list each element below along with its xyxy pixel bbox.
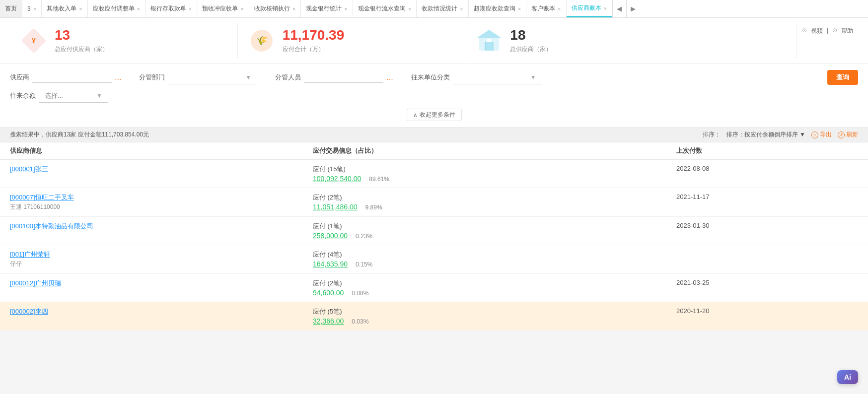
table-row: [000007]恒旺二手叉车 王通 17106110000 应付 (2笔) 11… bbox=[0, 188, 868, 217]
dept-dropdown-icon[interactable]: ▼ bbox=[245, 74, 251, 81]
last-payment-value-1: 2022-08-08 bbox=[676, 165, 710, 172]
supplier-info-1: [000001]张三 bbox=[10, 165, 313, 174]
nav-tab-verify-label: 收款核销执行 bbox=[254, 4, 290, 13]
tx-percent-2: 9.89% bbox=[365, 204, 382, 211]
payable-total-label: 应付合计（万） bbox=[283, 45, 345, 54]
supplier-link-3[interactable]: [000100]本特勤油品有限公司 bbox=[10, 222, 313, 231]
supplier-link-6[interactable]: [000002]李四 bbox=[10, 307, 313, 316]
nav-tab-customer-label: 客户账本 bbox=[531, 4, 555, 13]
category-dropdown-icon[interactable]: ▼ bbox=[530, 74, 536, 81]
nav-tab-adjust[interactable]: 应收应付调整单 × bbox=[88, 0, 145, 17]
nav-tab-prepay-close[interactable]: × bbox=[240, 6, 243, 12]
total-suppliers-number: 18 bbox=[510, 28, 552, 43]
transaction-info-4: 应付 (4笔) 164,635.90 0.15% bbox=[313, 250, 676, 268]
nav-tab-cashflow[interactable]: 现金银行流水查询 × bbox=[353, 0, 417, 17]
export-icon: ○ bbox=[811, 131, 818, 138]
nav-tab-receiptstat[interactable]: 收款情况统计 × bbox=[417, 0, 468, 17]
nav-tab-overdue-close[interactable]: × bbox=[518, 6, 521, 12]
tx-amount-4[interactable]: 164,635.90 bbox=[313, 260, 348, 268]
supplier-link-2[interactable]: [000007]恒旺二手叉车 bbox=[10, 193, 313, 202]
nav-tab-cashstat[interactable]: 现金银行统计 × bbox=[301, 0, 353, 17]
nav-tab-adjust-close[interactable]: × bbox=[137, 6, 140, 12]
nav-tab-income-label: 其他收入单 bbox=[47, 4, 76, 13]
export-button[interactable]: ○ 导出 bbox=[811, 131, 832, 139]
tx-amount-6[interactable]: 32,366.00 bbox=[313, 317, 344, 325]
supplier-link-5[interactable]: [000012]广州贝瑞 bbox=[10, 279, 313, 288]
dept-filter-input[interactable] bbox=[171, 72, 245, 82]
nav-tab-overdue[interactable]: 超期应收款查询 × bbox=[469, 0, 526, 17]
svg-text:¥: ¥ bbox=[32, 37, 36, 45]
collapse-up-icon: ∧ bbox=[413, 112, 418, 119]
nav-scroll-right[interactable]: ▶ bbox=[626, 0, 640, 17]
nav-tab-verify[interactable]: 收款核销执行 × bbox=[249, 0, 301, 17]
last-payment-2: 2021-11-17 bbox=[676, 193, 858, 200]
sort-select[interactable]: 排序：按应付余额倒序排序 ▼ bbox=[726, 131, 805, 139]
supplier-filter-input[interactable] bbox=[32, 72, 112, 83]
tx-amount-5[interactable]: 94,600.00 bbox=[313, 289, 344, 297]
nav-tab-supplier-label: 供应商账本 bbox=[572, 4, 601, 12]
summary-bar: ¥ 13 总应付供应商（家） 🌾 11,170.39 应付合计（万） bbox=[0, 18, 868, 64]
nav-scroll-left[interactable]: ◀ bbox=[612, 0, 626, 17]
tx-amount-3[interactable]: 258,000.00 bbox=[313, 232, 348, 240]
nav-tab-receiptstat-label: 收款情况统计 bbox=[422, 4, 457, 13]
balance-dropdown-icon[interactable]: ▼ bbox=[96, 92, 102, 99]
nav-tab-cashstat-close[interactable]: × bbox=[344, 6, 347, 12]
last-payment-1: 2022-08-08 bbox=[676, 165, 858, 172]
nav-tab-cashstat-label: 现金银行统计 bbox=[306, 4, 342, 13]
supplier-info-5: [000012]广州贝瑞 bbox=[10, 279, 313, 288]
nav-tab-supplier[interactable]: 供应商账本 × bbox=[567, 0, 612, 17]
supplier-link-1[interactable]: [000001]张三 bbox=[10, 165, 313, 174]
svg-rect-6 bbox=[485, 42, 493, 51]
tx-label-1: 应付 (15笔) bbox=[313, 165, 676, 174]
nav-tab-adjust-label: 应收应付调整单 bbox=[93, 4, 135, 13]
nav-tab-3[interactable]: 3 × bbox=[22, 0, 42, 17]
nav-tab-prepay[interactable]: 预收冲应收单 × bbox=[197, 0, 249, 17]
summary-card-payable-suppliers: ¥ 13 总应付供应商（家） bbox=[10, 23, 238, 59]
supplier-filter-dots[interactable]: ... bbox=[115, 73, 121, 82]
search-button[interactable]: 查询 bbox=[827, 70, 858, 85]
person-filter-dots[interactable]: ... bbox=[386, 73, 393, 82]
top-navigation: 首页 3 × 其他收入单 × 应收应付调整单 × 银行存取款单 × 预收冲应收单… bbox=[0, 0, 868, 18]
nav-tab-receiptstat-close[interactable]: × bbox=[460, 6, 463, 12]
total-suppliers-label: 总供应商（家） bbox=[510, 45, 552, 54]
dept-filter-label: 分管部门 bbox=[139, 73, 165, 82]
balance-filter-input[interactable] bbox=[42, 90, 96, 101]
category-filter-input[interactable] bbox=[456, 72, 530, 82]
nav-tab-income[interactable]: 其他收入单 × bbox=[42, 0, 87, 17]
result-bar: 搜索结果中，供应商13家 应付金额111,703,854.00元 排序： 排序：… bbox=[0, 128, 868, 142]
supplier-info-4: [001]广州荣轩 仔仔 bbox=[10, 250, 313, 268]
tx-percent-5: 0.08% bbox=[352, 290, 368, 297]
nav-tab-customer[interactable]: 客户账本 × bbox=[526, 0, 566, 17]
nav-tab-bank[interactable]: 银行存取款单 × bbox=[145, 0, 197, 17]
tx-label-6: 应付 (5笔) bbox=[313, 307, 676, 316]
refresh-button[interactable]: ↺ 刷新 bbox=[838, 131, 858, 139]
nav-tab-customer-close[interactable]: × bbox=[558, 6, 561, 12]
nav-tab-3-close[interactable]: × bbox=[33, 6, 36, 12]
transaction-info-3: 应付 (1笔) 258,000.00 0.23% bbox=[313, 222, 676, 240]
help-link[interactable]: 帮助 bbox=[841, 27, 853, 35]
tx-percent-3: 0.23% bbox=[356, 233, 372, 240]
col-header-supplier: 供应商信息 bbox=[10, 146, 313, 155]
nav-tab-bank-label: 银行存取款单 bbox=[150, 4, 186, 13]
nav-tab-bank-close[interactable]: × bbox=[189, 6, 192, 12]
tx-label-5: 应付 (2笔) bbox=[313, 279, 676, 288]
nav-tab-cashflow-close[interactable]: × bbox=[408, 6, 411, 12]
help-icon: ⊙ bbox=[832, 27, 837, 34]
supplier-filter-label: 供应商 bbox=[10, 73, 29, 82]
nav-tab-supplier-close[interactable]: × bbox=[604, 5, 607, 11]
collapse-conditions-button[interactable]: ∧ 收起更多条件 bbox=[407, 109, 462, 121]
tx-amount-1[interactable]: 100,092,540.00 bbox=[313, 175, 361, 183]
nav-tab-overdue-label: 超期应收款查询 bbox=[474, 4, 515, 13]
person-filter-input[interactable] bbox=[304, 72, 383, 83]
tx-label-3: 应付 (1笔) bbox=[313, 222, 676, 231]
nav-tab-home[interactable]: 首页 bbox=[0, 0, 22, 17]
nav-tab-verify-close[interactable]: × bbox=[292, 6, 295, 12]
tx-amount-2[interactable]: 11,051,486.00 bbox=[313, 203, 358, 211]
supplier-info-6: [000002]李四 bbox=[10, 307, 313, 316]
supplier-link-4[interactable]: [001]广州荣轩 bbox=[10, 250, 313, 259]
video-link[interactable]: 视频 bbox=[811, 27, 823, 35]
col-header-last-payment: 上次付数 bbox=[676, 146, 858, 155]
nav-tab-income-close[interactable]: × bbox=[79, 6, 82, 12]
last-payment-5: 2021-03-25 bbox=[676, 279, 858, 286]
wheat-icon: 🌾 bbox=[248, 27, 276, 55]
